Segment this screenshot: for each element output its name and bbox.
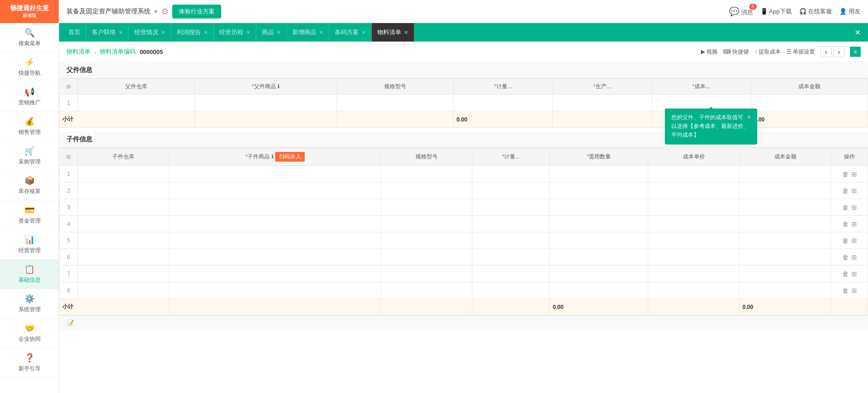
copy-icon-3[interactable]: ⊞ — [851, 204, 857, 211]
parent-unit-cell[interactable] — [453, 95, 553, 111]
parent-spec-cell[interactable] — [337, 95, 453, 111]
sidebar-item-system[interactable]: ⚙️ 系统管理 — [0, 289, 59, 319]
online-service-link[interactable]: 🎧 在线客服 — [799, 7, 832, 16]
tab-product-close[interactable]: ✕ — [277, 30, 281, 36]
child-unit-cell-2[interactable] — [472, 182, 550, 199]
child-cost-cell-7[interactable] — [648, 266, 740, 282]
nav-next-button[interactable]: › — [833, 46, 844, 57]
child-unit-cell-3[interactable] — [472, 199, 550, 216]
delete-icon-8[interactable]: 🗑 — [842, 287, 849, 294]
copy-icon-2[interactable]: ⊞ — [851, 187, 857, 194]
child-product-cell-2[interactable] — [169, 182, 381, 199]
tab-profit[interactable]: 利润报告 ✕ — [171, 23, 214, 42]
sidebar-item-operations[interactable]: 📊 经营管理 — [0, 230, 59, 260]
child-cost-cell-3[interactable] — [648, 199, 740, 216]
child-warehouse-cell-4[interactable] — [78, 216, 169, 232]
message-wrapper[interactable]: 💬 6 消息 — [729, 6, 753, 17]
child-cost-cell-4[interactable] — [648, 216, 740, 232]
close-all-tabs[interactable]: ✕ — [851, 28, 864, 37]
scan-button[interactable]: 扫码录入 — [275, 152, 305, 162]
message-icon[interactable]: 💬 — [729, 7, 739, 16]
child-qty-cell-3[interactable] — [550, 199, 648, 216]
sidebar-item-marketing[interactable]: 📢 营销推广 — [0, 82, 59, 112]
sidebar-item-quicknav[interactable]: ⚡ 快捷导航 — [0, 53, 59, 82]
parent-settings-icon[interactable]: ⚙ — [66, 84, 71, 90]
child-spec-cell-1[interactable] — [381, 166, 472, 182]
delete-icon-7[interactable]: 🗑 — [842, 270, 849, 278]
dropdown-arrow-icon[interactable]: ▾ — [154, 8, 157, 15]
child-spec-cell-3[interactable] — [381, 199, 472, 216]
delete-icon-2[interactable]: 🗑 — [842, 187, 849, 194]
shortcut-link[interactable]: ⌨ 快捷键 — [723, 48, 749, 56]
parent-production-cell[interactable] — [553, 95, 652, 111]
copy-icon-1[interactable]: ⊞ — [851, 170, 857, 178]
child-warehouse-cell-2[interactable] — [78, 182, 169, 199]
child-spec-cell-6[interactable] — [381, 249, 472, 266]
child-unit-cell-1[interactable] — [472, 166, 550, 182]
child-qty-cell-5[interactable] — [550, 232, 648, 249]
child-cost-cell-8[interactable] — [648, 282, 740, 299]
child-spec-cell-8[interactable] — [381, 282, 472, 299]
child-qty-cell-4[interactable] — [550, 216, 648, 232]
child-warehouse-cell-8[interactable] — [78, 282, 169, 299]
child-spec-cell-7[interactable] — [381, 266, 472, 282]
child-spec-cell-5[interactable] — [381, 232, 472, 249]
delete-icon-4[interactable]: 🗑 — [842, 220, 849, 228]
tab-bom-close[interactable]: ✕ — [404, 30, 408, 36]
tab-bom[interactable]: 物料清单 ✕ — [372, 23, 414, 42]
sidebar-item-enterprise[interactable]: 🤝 企业协同 — [0, 319, 59, 348]
child-unit-cell-5[interactable] — [472, 232, 550, 249]
delete-icon-5[interactable]: 🗑 — [842, 237, 849, 244]
parent-settings-col[interactable]: ⚙ — [60, 79, 78, 95]
child-cost-cell-6[interactable] — [648, 249, 740, 266]
child-warehouse-cell-6[interactable] — [78, 249, 169, 266]
delete-icon-1[interactable]: 🗑 — [842, 170, 849, 178]
child-warehouse-cell-7[interactable] — [78, 266, 169, 282]
tab-product[interactable]: 商品 ✕ — [256, 23, 287, 42]
delete-icon-6[interactable]: 🗑 — [842, 254, 849, 261]
tab-operations-close[interactable]: ✕ — [161, 30, 165, 36]
child-qty-cell-8[interactable] — [550, 282, 648, 299]
copy-icon-5[interactable]: ⊞ — [851, 237, 857, 244]
sidebar-item-basic-info[interactable]: 📋 基础信息 — [0, 260, 59, 289]
tab-profit-close[interactable]: ✕ — [204, 30, 208, 36]
tab-new-product[interactable]: 新增商品 ✕ — [287, 23, 329, 42]
tab-barcode[interactable]: 条码方案 ✕ — [329, 23, 372, 42]
child-product-cell-1[interactable] — [169, 166, 381, 182]
tooltip-close-icon[interactable]: × — [747, 113, 751, 122]
child-cost-cell-2[interactable] — [648, 182, 740, 199]
sidebar-item-guide[interactable]: ❓ 新手引导 — [0, 348, 59, 378]
tab-home[interactable]: 首页 — [63, 23, 86, 42]
app-download-link[interactable]: 📱 App下载 — [760, 7, 792, 16]
child-spec-cell-2[interactable] — [381, 182, 472, 199]
child-cost-cell-5[interactable] — [648, 232, 740, 249]
tab-history-close[interactable]: ✕ — [246, 30, 250, 36]
delete-icon-3[interactable]: 🗑 — [842, 204, 849, 211]
sidebar-item-search[interactable]: 🔍 搜索菜单 — [0, 23, 59, 53]
child-product-cell-8[interactable] — [169, 282, 381, 299]
tab-barcode-close[interactable]: ✕ — [362, 30, 366, 36]
copy-icon-4[interactable]: ⊞ — [851, 220, 857, 228]
copy-icon-6[interactable]: ⊞ — [851, 254, 857, 261]
sidebar-item-sales[interactable]: 💰 销售管理 — [0, 112, 59, 141]
child-product-cell-5[interactable] — [169, 232, 381, 249]
tab-customer[interactable]: 客户联络 ✕ — [86, 23, 129, 42]
child-unit-cell-7[interactable] — [472, 266, 550, 282]
child-product-cell-6[interactable] — [169, 249, 381, 266]
child-qty-cell-6[interactable] — [550, 249, 648, 266]
child-settings-icon[interactable]: ⚙ — [66, 154, 71, 160]
child-unit-cell-6[interactable] — [472, 249, 550, 266]
tab-operations[interactable]: 经营情况 ✕ — [129, 23, 171, 42]
list-view-button[interactable]: ≡ — [850, 47, 861, 57]
sidebar-item-finance[interactable]: 💳 资金管理 — [0, 200, 59, 230]
sidebar-item-inventory[interactable]: 📦 库存核算 — [0, 171, 59, 200]
child-qty-cell-7[interactable] — [550, 266, 648, 282]
tab-history[interactable]: 经营历程 ✕ — [214, 23, 256, 42]
tab-new-product-close[interactable]: ✕ — [319, 30, 323, 36]
user-area[interactable]: 👤 用友 — [839, 7, 861, 16]
child-product-cell-7[interactable] — [169, 266, 381, 282]
parent-product-cell[interactable] — [195, 95, 337, 111]
child-warehouse-cell-5[interactable] — [78, 232, 169, 249]
sidebar-item-purchase[interactable]: 🛒 采购管理 — [0, 141, 59, 171]
tab-customer-close[interactable]: ✕ — [119, 30, 123, 36]
